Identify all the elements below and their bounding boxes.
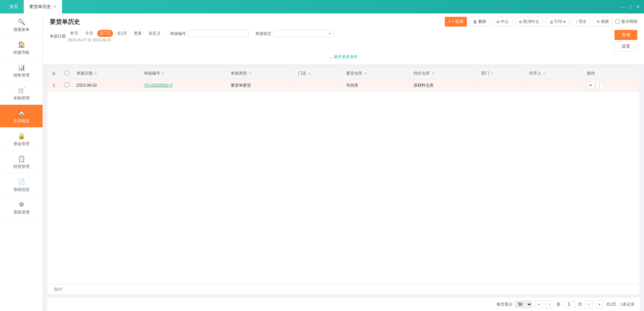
col-header-checkbox [61, 68, 73, 79]
sidebar-item-operations[interactable]: 📋 经营管理 [0, 150, 43, 173]
query-button[interactable]: 查询 [614, 30, 637, 40]
export-button[interactable]: ↑ 导出 [572, 17, 590, 27]
date-btn-7days[interactable]: 近7天 [97, 30, 113, 37]
delete-button[interactable]: 🗑 删除 [470, 17, 490, 27]
cell-bill-type: 要货单要货 [227, 79, 294, 92]
cell-department [478, 79, 526, 92]
row-checkbox[interactable] [65, 83, 69, 87]
table-footer: 合计: [47, 284, 640, 294]
row-more-button[interactable]: ⋮ [596, 82, 603, 89]
col-header-handler: 经手人 ⇅ [526, 68, 583, 79]
tab-home[interactable]: 首页 [4, 0, 24, 13]
table-container: ⚙ 单据日期 ⇅ 单据编号 ⇅ [47, 68, 640, 295]
date-btn-today[interactable]: 今天 [83, 30, 96, 37]
sidebar-item-base-info[interactable]: 📄 基础信息 [0, 173, 43, 196]
stop-button[interactable]: ⊘ 中止 [493, 17, 513, 27]
bill-no-input[interactable] [188, 30, 249, 37]
bill-no-link[interactable]: YH-20230602-0 [144, 83, 172, 88]
col-header-store: 门店 ⇅ [295, 68, 343, 79]
window-controls: — □ ✕ [621, 4, 640, 9]
inventory-icon: 🏠 [18, 109, 25, 117]
system-icon: ⚙ [19, 201, 24, 208]
show-detail-toggle[interactable]: 显示明细 [615, 19, 637, 25]
date-btn-more[interactable]: 更多 [131, 30, 145, 37]
prev-page-button[interactable]: ‹ [546, 300, 554, 308]
total-info: 共1页，1条记录 [606, 302, 635, 307]
cancel-stop-icon: ⊘ [519, 19, 522, 24]
page-number-input[interactable] [563, 301, 575, 308]
new-icon: + [448, 19, 451, 24]
close-window-icon[interactable]: ✕ [636, 4, 640, 9]
print-button[interactable]: 🖨 打印 ▾ [546, 17, 569, 27]
row-checkbox-cell [61, 79, 73, 92]
close-tab-icon[interactable]: ✕ [53, 4, 56, 9]
sidebar-item-purchase[interactable]: 🛒 采购管理 [0, 82, 43, 105]
sort-dept-icon: ⇅ [491, 72, 494, 75]
col-header-bill-no: 单据编号 ⇅ [141, 68, 227, 79]
date-btn-yesterday[interactable]: 昨天 [68, 30, 81, 37]
sidebar-item-quick-nav[interactable]: 🏠 快捷导航 [0, 36, 43, 59]
col-header-settings: ⚙ [47, 68, 61, 79]
filter-section: 要货单历史 + + 新增 🗑 删除 ⊘ 中止 ⊘ [43, 13, 644, 65]
row-edit-button[interactable]: ✏ [587, 82, 594, 89]
prev-page-icon: ‹ [549, 302, 550, 307]
last-page-button[interactable]: » [595, 300, 603, 308]
next-page-button[interactable]: › [585, 300, 593, 308]
cell-date: 2023-06-02 [73, 79, 141, 92]
table-settings-icon[interactable]: ⚙ [52, 71, 56, 76]
page-label: 第 [556, 302, 560, 307]
col-header-bill-type: 单据类型 ⇅ [227, 68, 294, 79]
cell-pending-warehouse: 原材料仓库 [410, 79, 478, 92]
search-menu-icon: 🔍 [18, 18, 25, 26]
cancel-stop-button[interactable]: ⊘ 取消中止 [515, 17, 543, 27]
refresh-icon: ↻ [597, 19, 600, 24]
col-header-req-warehouse: 要货仓库 ⇅ [343, 68, 410, 79]
per-page-select[interactable]: 50 10 20 100 [515, 301, 532, 308]
sort-billno-icon: ⇅ [162, 72, 164, 75]
date-range-display: 2023-05-27 至 2023-06-02 [68, 38, 163, 43]
sort-date-icon: ⇅ [94, 72, 97, 75]
show-detail-checkbox[interactable] [615, 19, 620, 24]
status-arrow-icon: ▾ [329, 31, 331, 36]
print-arrow-icon: ▾ [564, 19, 566, 24]
cell-req-warehouse: 车间库 [343, 79, 410, 92]
more-icon: ⋮ [597, 83, 601, 88]
sidebar-item-sales[interactable]: 📊 销售管理 [0, 59, 43, 82]
stop-icon: ⊘ [496, 19, 500, 24]
tab-requisition-history[interactable]: 要货单历史 ✕ [24, 0, 62, 13]
sidebar-item-system[interactable]: ⚙ 系统管理 [0, 196, 43, 219]
sidebar-item-label: 快捷导航 [13, 50, 30, 55]
purchase-icon: 🛒 [18, 87, 25, 94]
sidebar-item-label: 基础信息 [13, 187, 30, 192]
first-page-button[interactable]: « [535, 300, 543, 308]
row-index: 1 [47, 79, 61, 92]
sort-billtype-icon: ⇅ [249, 72, 251, 75]
select-all-checkbox[interactable] [65, 71, 69, 75]
page-end-label: 页 [578, 302, 582, 307]
sidebar-item-finance[interactable]: 🔒 资金管理 [0, 128, 43, 150]
date-btn-1month[interactable]: 近1月 [114, 30, 130, 37]
sidebar-item-inventory[interactable]: 🏠 库存核算 [0, 105, 43, 128]
sidebar-item-label: 资金管理 [13, 141, 30, 147]
table-header-row: ⚙ 单据日期 ⇅ 单据编号 ⇅ [47, 68, 640, 79]
expand-more-button[interactable]: ⌄ 展开更多条件 [327, 53, 361, 61]
sidebar-item-search-menu[interactable]: 🔍 搜索菜单 [0, 13, 43, 36]
setting-button[interactable]: 设置 [614, 41, 637, 51]
date-filter-group: 单据日期 昨天 今天 近7天 近1月 更多 自定义 2023-05-27 至 2… [50, 30, 163, 43]
new-button[interactable]: + + 新增 [445, 17, 467, 27]
refresh-button[interactable]: ↻ 刷新 [593, 17, 613, 27]
date-btn-custom[interactable]: 自定义 [146, 30, 163, 37]
table-body: 1 2023-06-02 YH-20230602-0 要货单要货 车间库 原材料… [47, 79, 640, 92]
toolbar: + + 新增 🗑 删除 ⊘ 中止 ⊘ 取消中止 [445, 17, 637, 27]
minimize-icon[interactable]: — [621, 4, 625, 9]
status-filter-group: 单据状态 ▾ [255, 30, 334, 37]
last-page-icon: » [598, 302, 600, 307]
cell-bill-no: YH-20230602-0 [141, 79, 227, 92]
maximize-icon[interactable]: □ [629, 4, 632, 9]
status-select[interactable]: ▾ [273, 30, 334, 37]
action-buttons: 查询 设置 [614, 30, 637, 51]
sort-store-icon: ⇅ [308, 72, 311, 75]
status-label: 单据状态 [255, 31, 271, 37]
operations-icon: 📋 [18, 155, 25, 163]
delete-icon: 🗑 [473, 19, 477, 24]
